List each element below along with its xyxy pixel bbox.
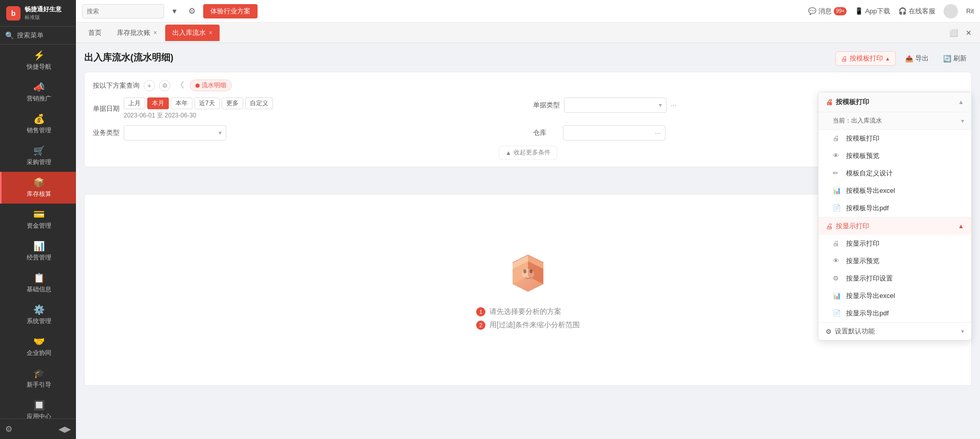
template-preview-icon: 👁 xyxy=(833,152,841,160)
filter-warehouse-input[interactable]: ··· xyxy=(563,125,665,141)
content-toolbar: 🖨 按模板打印 ▲ 📤 导出 🔄 刷新 xyxy=(835,51,972,66)
dropdown-template-print-label: 按模板打印 xyxy=(846,134,879,143)
topbar-gear-btn[interactable]: ⚙ xyxy=(185,4,199,18)
step-1-num: 1 xyxy=(476,307,485,316)
sidebar-item-enterprise[interactable]: 🤝 企业协同 xyxy=(0,331,76,363)
finance-icon: 💳 xyxy=(33,209,45,220)
date-btn-custom[interactable]: 自定义 xyxy=(245,97,273,109)
dropdown-display-export-pdf[interactable]: 📄 按显示导出pdf xyxy=(818,305,971,322)
export-btn[interactable]: 📤 导出 xyxy=(900,52,934,65)
sidebar-item-finance[interactable]: 💳 资金管理 xyxy=(0,204,76,235)
date-btn-more[interactable]: 更多 xyxy=(222,97,243,109)
sidebar-item-operations[interactable]: 📊 经营管理 xyxy=(0,235,76,267)
sidebar-item-sales[interactable]: 💰 销售管理 xyxy=(0,108,76,140)
dropdown-template-preview[interactable]: 👁 按模板预览 xyxy=(818,147,971,165)
dropdown-template-print[interactable]: 🖨 按模板打印 xyxy=(818,130,971,147)
dropdown-display-export-excel[interactable]: 📊 按显示导出excel xyxy=(818,287,971,305)
dropdown-footer-left: ⚙ 设置默认功能 xyxy=(826,327,875,336)
topbar-search-input[interactable] xyxy=(82,4,164,18)
sidebar-item-quick-nav-label: 快捷导航 xyxy=(27,63,51,71)
sidebar-item-marketing[interactable]: 📣 营销推广 xyxy=(0,76,76,108)
dropdown-template-custom[interactable]: ✏ 模板自定义设计 xyxy=(818,165,971,182)
warehouse-dots[interactable]: ··· xyxy=(655,129,661,137)
customer-service-btn[interactable]: 🎧 在线客服 xyxy=(898,7,935,16)
tab-maximize-btn[interactable]: ⬜ xyxy=(947,27,959,39)
filter-biz-type-select[interactable]: ▾ xyxy=(124,125,226,141)
sidebar-search-label: 搜索菜单 xyxy=(17,31,44,40)
tab-home[interactable]: 首页 xyxy=(81,25,109,41)
dropdown-template-export-excel[interactable]: 📊 按模板导出excel xyxy=(818,182,971,199)
dropdown-collapse-arrow[interactable]: ▲ xyxy=(958,98,964,106)
sidebar-item-system[interactable]: ⚙️ 系统管理 xyxy=(0,299,76,331)
brand-sub: 标准版 xyxy=(25,14,62,21)
filter-date-range: 2023-06-01 至 2023-06-30 xyxy=(124,111,273,120)
sidebar-item-guide[interactable]: 🎓 新手引导 xyxy=(0,363,76,394)
set-default-icon: ⚙ xyxy=(826,328,832,335)
dropdown-display-group-header[interactable]: 🖨 按显示打印 ▲ xyxy=(818,217,971,235)
filter-tag-label: 流水明细 xyxy=(202,81,226,90)
template-custom-icon: ✏ xyxy=(833,169,841,177)
logo-text: 畅捷通好生意 标准版 xyxy=(25,6,62,21)
sidebar-item-basic-info[interactable]: 📋 基础信息 xyxy=(0,267,76,299)
refresh-btn[interactable]: 🔄 刷新 xyxy=(938,52,972,65)
sidebar: b 畅捷通好生意 标准版 🔍 搜索菜单 ⚡ 快捷导航 📣 营销推广 💰 销售管理… xyxy=(0,0,76,439)
message-btn[interactable]: 💬 消息 99+ xyxy=(808,7,847,16)
avatar xyxy=(944,4,958,18)
sidebar-search[interactable]: 🔍 搜索菜单 xyxy=(0,27,76,45)
display-preview-icon: 👁 xyxy=(833,257,841,265)
step-2-label: 用[过滤]条件来缩小分析范围 xyxy=(489,321,580,330)
date-btn-this-month[interactable]: 本月 xyxy=(147,97,169,109)
sidebar-item-guide-label: 新手引导 xyxy=(27,381,51,389)
sidebar-item-purchase[interactable]: 🛒 采购管理 xyxy=(0,140,76,172)
dropdown-display-print-settings[interactable]: ⚙ 按显示打印设置 xyxy=(818,270,971,287)
date-btn-this-year[interactable]: 本年 xyxy=(171,97,192,109)
template-excel-icon: 📊 xyxy=(833,187,841,195)
tab-inventory-batch-close[interactable]: × xyxy=(153,29,157,36)
filter-date-btns: 上月 本月 本年 近7天 更多 自定义 xyxy=(124,97,273,109)
topbar: ▾ ⚙ 体验行业方案 💬 消息 99+ 📱 App下载 🎧 在线客服 Rit xyxy=(76,0,980,23)
dropdown-display-print[interactable]: 🖨 按显示打印 xyxy=(818,235,971,252)
sidebar-item-quick-nav[interactable]: ⚡ 快捷导航 xyxy=(0,45,76,76)
filter-settings-btn[interactable]: ⚙ xyxy=(159,80,170,91)
sidebar-settings-icon[interactable]: ⚙ xyxy=(5,424,12,434)
filter-doc-type-dots[interactable]: ··· xyxy=(671,101,677,109)
sidebar-item-inventory-label: 库存核算 xyxy=(27,190,51,198)
dropdown-set-default-label: 设置默认功能 xyxy=(835,327,875,336)
dropdown-template-preview-label: 按模板预览 xyxy=(846,151,879,161)
dropdown-footer[interactable]: ⚙ 设置默认功能 ▾ xyxy=(818,323,971,340)
dropdown-display-group: 🖨 按显示打印 ▲ 🖨 按显示打印 👁 按显示预览 ⚙ 按显示打印设置 xyxy=(818,217,971,323)
date-btn-7days[interactable]: 近7天 xyxy=(194,97,220,109)
tab-close-btn[interactable]: ✕ xyxy=(963,27,975,39)
topbar-dropdown-btn[interactable]: ▾ xyxy=(168,5,181,17)
sidebar-item-finance-label: 资金管理 xyxy=(27,222,51,230)
tab-inout-flow[interactable]: 出入库流水 × xyxy=(165,25,220,41)
sidebar-item-inventory[interactable]: 📦 库存核算 xyxy=(0,172,76,204)
app-download-btn[interactable]: 📱 App下载 xyxy=(855,7,890,16)
dropdown-current-item: 当前：出入库流水 ▾ xyxy=(818,112,971,130)
search-icon: 🔍 xyxy=(5,31,14,39)
filter-tag[interactable]: 流水明细 xyxy=(190,79,232,91)
industry-btn[interactable]: 体验行业方案 xyxy=(203,4,258,18)
sidebar-toggle-icon[interactable]: ◀▶ xyxy=(58,424,71,434)
filter-collapse-btn[interactable]: ▲ 收起更多条件 xyxy=(499,146,557,159)
dropdown-template-export-pdf[interactable]: 📄 按模板导出pdf xyxy=(818,199,971,217)
filter-add-btn[interactable]: + xyxy=(144,80,155,91)
date-btn-last-month[interactable]: 上月 xyxy=(124,97,145,109)
template-print-btn[interactable]: 🖨 按模板打印 ▲ xyxy=(835,51,896,66)
filter-warehouse-label: 仓库 xyxy=(533,128,559,137)
tab-inventory-batch[interactable]: 库存批次账 × xyxy=(110,25,164,41)
main: ▾ ⚙ 体验行业方案 💬 消息 99+ 📱 App下载 🎧 在线客服 Rit xyxy=(76,0,980,439)
sidebar-item-enterprise-label: 企业协同 xyxy=(27,349,51,357)
refresh-label: 刷新 xyxy=(953,54,967,63)
inventory-icon: 📦 xyxy=(33,177,45,188)
refresh-icon: 🔄 xyxy=(943,55,951,63)
chevron-down-icon: ▾ xyxy=(659,102,662,109)
username[interactable]: Rit xyxy=(966,8,974,15)
dropdown-header-left: 🖨 按模板打印 xyxy=(826,97,869,107)
dropdown-display-group-label: 按显示打印 xyxy=(836,222,869,231)
filter-doc-type-select[interactable]: ▾ xyxy=(564,97,667,113)
dropdown-display-preview[interactable]: 👁 按显示预览 xyxy=(818,252,971,270)
sidebar-item-app-center[interactable]: 🔲 应用中心 xyxy=(0,394,76,418)
tab-inout-flow-close[interactable]: × xyxy=(209,29,212,36)
filter-collapse-icon[interactable]: 《 xyxy=(174,80,186,91)
